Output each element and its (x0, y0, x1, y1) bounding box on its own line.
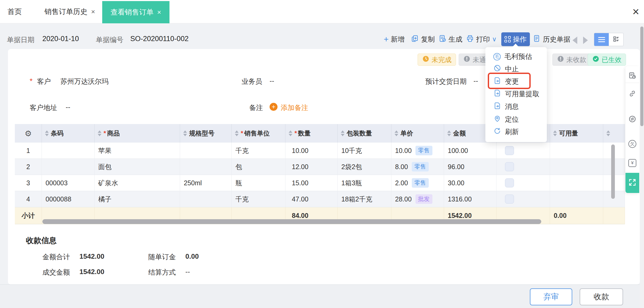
payment-section-title: 收款信息 (26, 235, 57, 246)
doc-no-value: SO-20200110-002 (130, 35, 189, 43)
row-checkbox[interactable] (505, 162, 514, 171)
print-button[interactable]: 打印 ∨ (466, 33, 497, 46)
status-badge-unfinished: 未完成 (418, 54, 456, 66)
history-docs-button[interactable]: 历史单据 (533, 33, 570, 46)
table-row[interactable]: 3 000003 矿泉水 250ml 瓶 15.00 1箱3瓶 2.00零售 3… (15, 175, 625, 191)
menu-item-abort[interactable]: 中止 (485, 63, 547, 75)
required-star: * (241, 130, 243, 137)
header-price[interactable]: 单价 (391, 124, 444, 143)
required-star: * (104, 130, 106, 137)
copy-button[interactable]: 复制 (411, 33, 435, 46)
table-vertical-scrollbar[interactable] (611, 144, 615, 199)
menu-item-change[interactable]: 变更 (485, 75, 547, 88)
column-settings-button[interactable]: ⚙ (15, 124, 42, 143)
close-icon[interactable]: × (157, 8, 161, 16)
add-button[interactable]: + 新增 (384, 33, 405, 46)
cell-amount: 30.00 (444, 175, 497, 191)
cell-price: 8.00零售 (391, 159, 444, 175)
price-type-tag: 批发 (415, 194, 432, 204)
header-available[interactable]: 可用量 (550, 124, 603, 143)
header-qty[interactable]: *数量 (285, 124, 338, 143)
actions-dropdown-menu: 毛 毛利预估 中止 变更 可用量提取 消息 定位 刷新 (485, 47, 547, 142)
menu-item-message[interactable]: 消息 (485, 100, 547, 113)
prev-arrow-icon[interactable] (573, 37, 577, 44)
exchange-icon[interactable] (628, 115, 636, 123)
prohibit-icon (493, 64, 501, 74)
card-view-button[interactable] (609, 33, 623, 46)
table-horizontal-scrollbar[interactable] (42, 219, 541, 224)
sort-icon[interactable] (98, 130, 101, 136)
price-type-tag: 零售 (415, 146, 432, 155)
status-badge-unpaid: 未收款 (552, 54, 591, 66)
header-unit[interactable]: *销售单位 (232, 124, 285, 143)
add-remark-link[interactable]: 添加备注 (281, 103, 308, 112)
tab-home[interactable]: 首页 (7, 0, 22, 23)
add-circle-icon[interactable]: + (270, 103, 278, 111)
row-checkbox[interactable] (505, 178, 514, 187)
doc-arrow-icon (493, 89, 501, 99)
gear-icon: ⚙ (25, 129, 32, 138)
customer-value: 苏州万达沃尔玛 (60, 77, 109, 86)
sort-icon[interactable] (395, 130, 398, 136)
sort-icon[interactable] (447, 130, 451, 136)
link-icon[interactable] (628, 90, 636, 98)
deal-amount-value: 1542.00 (79, 268, 104, 276)
menu-item-gross-profit[interactable]: 毛 毛利预估 (485, 50, 547, 63)
owe-icon[interactable]: 欠 (628, 140, 636, 148)
expand-button[interactable] (625, 173, 639, 193)
menu-item-refresh[interactable]: 刷新 (485, 126, 547, 138)
tab-history[interactable]: 销售订单历史× (44, 0, 95, 23)
status-badge-label: 未收款 (566, 55, 586, 64)
actions-label: 操作 (513, 35, 527, 44)
header-pack[interactable]: 包装数量 (338, 124, 391, 143)
close-icon[interactable]: × (632, 4, 639, 19)
header-barcode[interactable]: 条码 (42, 124, 95, 143)
copy-label: 复制 (421, 35, 435, 44)
sort-icon[interactable] (183, 130, 187, 136)
row-checkbox[interactable] (505, 146, 514, 155)
generate-label: 生成 (449, 35, 462, 44)
deposit-label: 随单订金 (148, 252, 176, 262)
salesman-value: -- (270, 77, 274, 85)
header-product[interactable]: *商品 (95, 124, 180, 143)
order-log-icon[interactable] (628, 72, 636, 80)
cell-spec (180, 159, 232, 175)
header-next-partial[interactable] (603, 124, 625, 143)
table-row[interactable]: 1 苹果 千克 10.00 10千克 10.00零售 100.00 (15, 143, 625, 159)
cell-pack: 2袋2包 (338, 159, 391, 175)
yen-icon[interactable]: ¥ (628, 159, 636, 167)
total-amount-value: 1542.00 (79, 252, 104, 261)
generate-button[interactable]: 生成 (439, 33, 462, 46)
doc-date-label: 单据日期 (7, 35, 34, 45)
address-label: 客户地址 (30, 103, 57, 112)
cell-product: 矿泉水 (95, 175, 180, 191)
tab-active-view-order[interactable]: 查看销售订单× (102, 1, 169, 23)
sort-icon[interactable] (289, 130, 292, 136)
menu-item-locate[interactable]: 定位 (485, 113, 547, 126)
cell-pack: 1箱3瓶 (338, 175, 391, 191)
receive-payment-button[interactable]: 收款 (580, 288, 623, 305)
cell-product: 橘子 (95, 191, 180, 207)
sort-icon[interactable] (235, 130, 239, 136)
table-row[interactable]: 4 0000088 橘子 千克 47.00 18箱2千克 28.00批发 131… (15, 191, 625, 207)
cell-unit: 包 (232, 159, 285, 175)
list-view-button[interactable] (594, 33, 609, 46)
sort-icon[interactable] (341, 130, 345, 136)
add-label: 新增 (391, 35, 405, 44)
sort-icon[interactable] (606, 130, 610, 136)
window-scrollbar-thumb[interactable] (640, 27, 643, 126)
table-row[interactable]: 2 面包 包 12.00 2袋2包 8.00零售 96.00 (15, 159, 625, 175)
cell-barcode: 0000088 (42, 191, 95, 207)
row-number: 1 (15, 143, 42, 159)
chevron-down-icon[interactable]: ∨ (492, 36, 497, 43)
cell-available (550, 191, 603, 207)
next-arrow-icon[interactable] (583, 37, 588, 44)
row-checkbox[interactable] (505, 195, 514, 204)
header-spec[interactable]: 规格型号 (180, 124, 232, 143)
menu-item-available-extract[interactable]: 可用量提取 (485, 88, 547, 100)
cell-barcode: 000003 (42, 175, 95, 191)
reject-audit-button[interactable]: 弃审 (530, 288, 572, 305)
close-icon[interactable]: × (91, 8, 95, 16)
sort-icon[interactable] (45, 130, 49, 136)
sort-icon[interactable] (553, 130, 557, 136)
